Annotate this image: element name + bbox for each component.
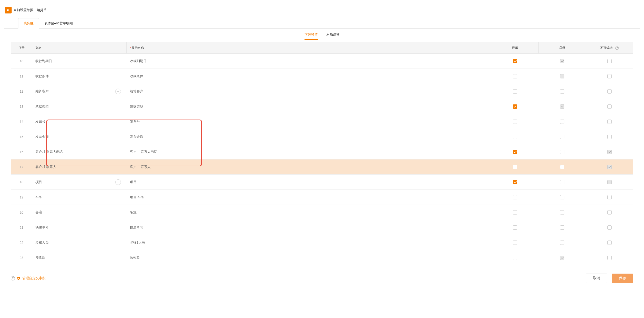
checkbox-required[interactable] <box>560 226 564 230</box>
cell-display-name[interactable]: 发票号 <box>127 114 492 129</box>
subtab-field-settings[interactable]: 字段设置 <box>304 33 318 40</box>
gear-icon <box>17 276 20 280</box>
cell-seq: 16 <box>11 144 32 159</box>
cell-name: 客户.主联系人电话 <box>32 144 127 159</box>
cell-seq: 13 <box>11 99 32 114</box>
chevron-double-right-icon <box>6 8 10 12</box>
cell-display-name[interactable]: 客户.主联系人 <box>127 160 492 174</box>
subtab-layout-adjust[interactable]: 布局调整 <box>326 33 340 40</box>
help-circle-icon[interactable]: ? <box>11 276 15 280</box>
checkbox-readonly[interactable] <box>608 210 612 214</box>
table-row: 19车号项目.车号 <box>11 190 633 205</box>
cell-display-name[interactable]: 项目.车号 <box>127 190 492 204</box>
cell-display-name[interactable]: 备注 <box>127 205 492 220</box>
cell-display-name[interactable]: 票据类型 <box>127 99 492 114</box>
checkbox-show[interactable] <box>513 120 517 124</box>
help-icon[interactable]: ? <box>615 46 619 50</box>
cell-show <box>492 129 539 144</box>
tab-body-area[interactable]: 表体区–销货单明细 <box>39 18 78 28</box>
checkbox-show[interactable] <box>513 256 517 260</box>
cell-name: 步骤人员 <box>32 235 127 250</box>
checkbox-readonly[interactable] <box>608 226 612 230</box>
checkbox-readonly[interactable] <box>608 120 612 124</box>
checkbox-required[interactable] <box>560 195 564 200</box>
checkbox-readonly[interactable] <box>608 104 612 109</box>
cell-display-name[interactable]: 步骤1人员 <box>127 235 492 250</box>
cell-display-name[interactable]: 快递单号 <box>127 220 492 235</box>
checkbox-readonly[interactable] <box>608 59 612 63</box>
cell-seq: 20 <box>11 205 32 220</box>
cell-readonly <box>586 205 633 220</box>
cell-name: 车号 <box>32 190 127 204</box>
cell-name: 备注 <box>32 205 127 220</box>
checkbox-readonly[interactable] <box>608 135 612 139</box>
cell-display-name[interactable]: 收款到期日 <box>127 54 492 68</box>
checkbox-show[interactable] <box>513 165 517 169</box>
checkbox-required[interactable] <box>560 180 564 184</box>
cell-required <box>539 144 586 159</box>
cell-show <box>492 190 539 204</box>
checkbox-required[interactable] <box>560 150 564 154</box>
checkbox-show[interactable] <box>513 226 517 230</box>
tab-header-area[interactable]: 表头区 <box>18 18 39 28</box>
checkbox-readonly[interactable] <box>608 89 612 94</box>
cell-readonly <box>586 84 633 99</box>
table-row: 11收款条件收款条件 <box>11 69 633 84</box>
table-row: 13票据类型票据类型 <box>11 99 633 114</box>
cell-name: 结算客户+ <box>32 84 127 99</box>
checkbox-readonly[interactable] <box>608 240 612 245</box>
collapse-panel-button[interactable] <box>5 7 12 14</box>
cell-display-name[interactable]: 结算客户 <box>127 84 492 99</box>
save-button[interactable]: 保存 <box>612 274 633 283</box>
table-row: 15发票金额发票金额 <box>11 129 633 144</box>
table-row: 14发票号发票号 <box>11 114 633 129</box>
cell-seq: 11 <box>11 69 32 84</box>
checkbox-readonly[interactable] <box>608 74 612 78</box>
table-row: 23预收款预收款 <box>11 250 633 265</box>
table-row: 22步骤人员步骤1人员 <box>11 235 633 250</box>
cell-show <box>492 144 539 159</box>
checkbox-required[interactable] <box>560 210 564 214</box>
checkbox-show[interactable] <box>513 195 517 200</box>
cell-display-name[interactable]: 收款条件 <box>127 69 492 84</box>
checkbox-show[interactable] <box>513 240 517 245</box>
checkbox-show[interactable] <box>513 104 517 109</box>
checkbox-readonly <box>608 150 612 154</box>
expand-plus-button[interactable]: + <box>115 179 121 185</box>
cell-required <box>539 99 586 114</box>
checkbox-show[interactable] <box>513 210 517 214</box>
footer-bar: ? 管理自定义字段 取消 保存 <box>4 269 640 287</box>
checkbox-required[interactable] <box>560 135 564 139</box>
checkbox-required <box>560 59 564 63</box>
cell-show <box>492 160 539 174</box>
top-bar: 当前设置单据：销货单 <box>4 4 640 16</box>
checkbox-readonly[interactable] <box>608 256 612 260</box>
cell-required <box>539 220 586 235</box>
cell-display-name[interactable]: 客户.主联系人电话 <box>127 144 492 159</box>
header-readonly: 不可编辑 ? <box>586 46 633 50</box>
manage-custom-fields-link[interactable]: 管理自定义字段 <box>22 276 46 280</box>
page-title: 当前设置单据：销货单 <box>14 8 46 12</box>
checkbox-required[interactable] <box>560 89 564 94</box>
checkbox-show[interactable] <box>513 89 517 94</box>
checkbox-show[interactable] <box>513 180 517 184</box>
checkbox-readonly[interactable] <box>608 195 612 200</box>
table-row: 21快递单号快递单号 <box>11 220 633 235</box>
cell-name: 客户.主联系人 <box>32 160 127 174</box>
checkbox-required[interactable] <box>560 165 564 169</box>
checkbox-show[interactable] <box>513 150 517 154</box>
cell-show <box>492 250 539 265</box>
cell-display-name[interactable]: 项目 <box>127 174 492 190</box>
cell-display-name[interactable]: 发票金额 <box>127 129 492 144</box>
table-row: 16客户.主联系人电话客户.主联系人电话 <box>11 144 633 160</box>
checkbox-show[interactable] <box>513 135 517 139</box>
checkbox-show[interactable] <box>513 59 517 63</box>
table-row: 10收款到期日收款到期日 <box>11 54 633 69</box>
checkbox-required <box>560 74 564 78</box>
cancel-button[interactable]: 取消 <box>586 274 608 283</box>
checkbox-required[interactable] <box>560 240 564 245</box>
checkbox-required[interactable] <box>560 120 564 124</box>
checkbox-show[interactable] <box>513 74 517 78</box>
expand-plus-button[interactable]: + <box>115 88 121 94</box>
cell-display-name[interactable]: 预收款 <box>127 250 492 265</box>
